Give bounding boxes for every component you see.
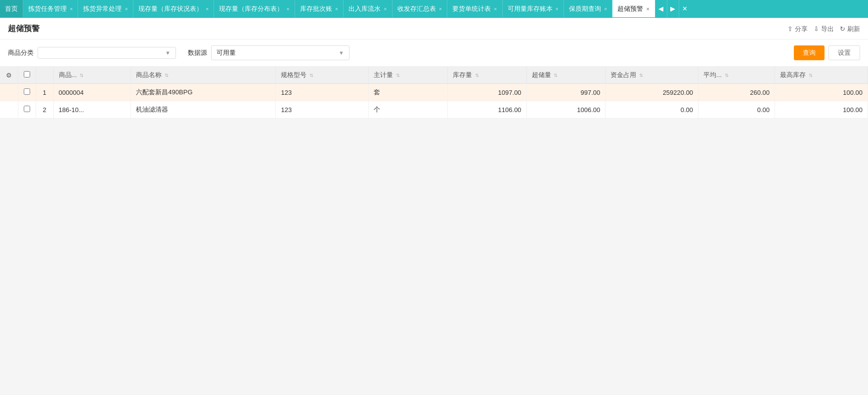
nav-item-inout-flow[interactable]: 出入库流水 × [344, 0, 392, 17]
col-num-header [36, 67, 53, 84]
nav-item-order-stats[interactable]: 要货单统计表 × [447, 0, 502, 17]
row-checkbox-0[interactable] [24, 88, 30, 95]
col-capital-header[interactable]: 资金占用 ⇅ [606, 67, 698, 84]
nav-label-order-stats: 要货单统计表 [452, 4, 491, 13]
col-name-sort-icon: ⇅ [165, 73, 169, 78]
page-title: 超储预警 [8, 24, 40, 34]
category-select[interactable]: ▼ [38, 47, 176, 59]
nav-item-stock-dist[interactable]: 现存量（库存分布表） × [214, 0, 295, 17]
data-table: ⚙ 商品... ⇅ 商品名称 ⇅ 规格型号 [0, 67, 868, 118]
table-header-row: ⚙ 商品... ⇅ 商品名称 ⇅ 规格型号 [0, 67, 868, 84]
row-overstock-cell: 1006.00 [526, 101, 606, 118]
select-all-checkbox[interactable] [24, 71, 30, 78]
export-button[interactable]: ⇩ 导出 [814, 25, 834, 34]
row-avg-cell: 0.00 [698, 101, 775, 118]
row-name-cell: 六配套新昌490BPG [131, 84, 276, 101]
nav-close-order-stats[interactable]: × [494, 6, 497, 12]
col-stock-label: 库存量 [453, 71, 472, 79]
row-checkbox-1[interactable] [24, 106, 30, 112]
col-overstock-header[interactable]: 超储量 ⇅ [526, 67, 606, 84]
col-maxstock-header[interactable]: 最高库存 ⇅ [775, 67, 868, 84]
table-row: 2 186-10... 机油滤清器 123 个 1106.00 1006.00 … [0, 101, 868, 118]
nav-close-all-arrow[interactable]: ✕ [679, 0, 691, 17]
row-spec-cell: 123 [276, 84, 369, 101]
page-header: 超储预警 ⇧ 分享 ⇩ 导出 ↻ 刷新 [0, 18, 868, 40]
share-button[interactable]: ⇧ 分享 [787, 25, 808, 34]
col-checkbox-header[interactable] [18, 67, 36, 84]
nav-close-abnormal[interactable]: × [125, 6, 128, 12]
nav-item-abnormal[interactable]: 拣货异常处理 × [78, 0, 133, 17]
nav-item-stock-status[interactable]: 现存量（库存状况表） × [133, 0, 214, 17]
datasource-value: 可用量 [217, 48, 236, 57]
col-name-header[interactable]: 商品名称 ⇅ [131, 67, 276, 84]
col-stock-sort-icon: ⇅ [475, 73, 479, 78]
datasource-select[interactable]: 可用量 ▼ [211, 45, 349, 60]
nav-close-task-mgmt[interactable]: × [70, 6, 73, 12]
nav-label-inout-flow: 出入库流水 [348, 4, 381, 13]
nav-label-quality-check: 保质期查询 [569, 4, 601, 13]
nav-label-home: 首页 [5, 4, 18, 13]
nav-item-home[interactable]: 首页 [0, 0, 23, 17]
table-row: 1 0000004 六配套新昌490BPG 123 套 1097.00 997.… [0, 84, 868, 101]
col-settings[interactable]: ⚙ [0, 67, 18, 84]
row-capital-cell: 259220.00 [606, 84, 698, 101]
col-capital-sort-icon: ⇅ [639, 73, 643, 78]
col-code-header[interactable]: 商品... ⇅ [53, 67, 131, 84]
col-unit-header[interactable]: 主计量 ⇅ [369, 67, 448, 84]
share-label: 分享 [795, 25, 808, 34]
col-spec-sort-icon: ⇅ [309, 73, 313, 78]
row-code-cell: 186-10... [53, 101, 131, 118]
col-overstock-sort-icon: ⇅ [554, 73, 558, 78]
row-overstock-cell: 997.00 [526, 84, 606, 101]
row-num-cell: 2 [36, 101, 53, 118]
nav-item-task-mgmt[interactable]: 拣货任务管理 × [23, 0, 78, 17]
nav-item-quality-check[interactable]: 保质期查询 × [564, 0, 612, 17]
nav-close-overstock[interactable]: × [646, 6, 649, 12]
row-avg-cell: 260.00 [698, 84, 775, 101]
col-spec-header[interactable]: 规格型号 ⇅ [276, 67, 369, 84]
nav-close-quality-check[interactable]: × [604, 6, 607, 12]
nav-close-stock-dist[interactable]: × [286, 6, 289, 12]
settings-button[interactable]: 设置 [828, 45, 860, 60]
query-button[interactable]: 查询 [794, 45, 825, 60]
nav-label-task-mgmt: 拣货任务管理 [28, 4, 67, 13]
col-avg-header[interactable]: 平均... ⇅ [698, 67, 775, 84]
filter-datasource: 数据源 可用量 ▼ [188, 45, 349, 60]
nav-close-recv-send[interactable]: × [439, 6, 442, 12]
nav-label-stock-dist: 现存量（库存分布表） [219, 4, 283, 13]
row-checkbox-cell[interactable] [18, 84, 36, 101]
row-num-cell: 1 [36, 84, 53, 101]
col-stock-header[interactable]: 库存量 ⇅ [447, 67, 526, 84]
nav-label-stock-status: 现存量（库存状况表） [138, 4, 203, 13]
col-code-sort-icon: ⇅ [80, 73, 84, 78]
datasource-arrow-icon: ▼ [339, 50, 344, 56]
nav-item-stock-batch[interactable]: 库存批次账 × [295, 0, 344, 17]
nav-next-arrow[interactable]: ▶ [667, 0, 679, 17]
nav-item-available-stock[interactable]: 可用量库存账本 × [503, 0, 564, 17]
nav-close-inout-flow[interactable]: × [384, 6, 387, 12]
nav-item-overstock[interactable]: 超储预警 × [612, 0, 654, 17]
nav-close-stock-status[interactable]: × [206, 6, 209, 12]
row-code-cell: 0000004 [53, 84, 131, 101]
col-maxstock-label: 最高库存 [780, 71, 806, 79]
header-actions: ⇧ 分享 ⇩ 导出 ↻ 刷新 [787, 25, 860, 34]
col-unit-sort-icon: ⇅ [396, 73, 400, 78]
nav-close-stock-batch[interactable]: × [335, 6, 338, 12]
export-label: 导出 [821, 25, 834, 34]
row-spec-cell: 123 [276, 101, 369, 118]
nav-prev-arrow[interactable]: ◀ [655, 0, 667, 17]
share-icon: ⇧ [787, 25, 793, 33]
col-unit-label: 主计量 [374, 71, 393, 79]
nav-close-available-stock[interactable]: × [556, 6, 559, 12]
row-checkbox-cell[interactable] [18, 101, 36, 118]
datasource-label: 数据源 [188, 48, 207, 57]
export-icon: ⇩ [814, 25, 819, 33]
col-maxstock-sort-icon: ⇅ [809, 73, 813, 78]
refresh-button[interactable]: ↻ 刷新 [840, 25, 860, 34]
nav-bar: 首页 拣货任务管理 × 拣货异常处理 × 现存量（库存状况表） × 现存量（库存… [0, 0, 868, 18]
category-label: 商品分类 [8, 48, 34, 57]
nav-item-recv-send[interactable]: 收发存汇总表 × [392, 0, 447, 17]
col-capital-label: 资金占用 [610, 71, 636, 79]
filter-bar: 商品分类 ▼ 数据源 可用量 ▼ 查询 设置 [0, 40, 868, 67]
row-capital-cell: 0.00 [606, 101, 698, 118]
